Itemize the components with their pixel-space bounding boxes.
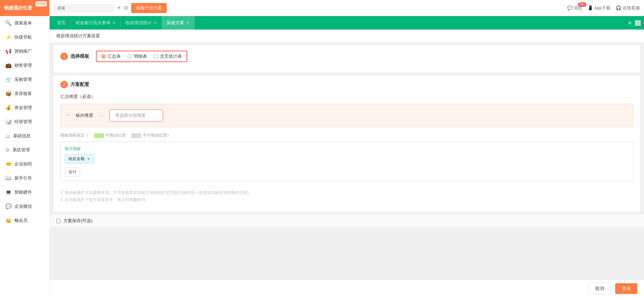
maximize-window-icon[interactable]: ⬜: [635, 20, 641, 26]
tab-home[interactable]: 首页: [52, 16, 71, 30]
undraggable-hint: 不可拖动位置）: [131, 133, 171, 138]
download-label: App下载: [594, 5, 610, 10]
metrics-tag-amount-label: 收款金额: [68, 156, 85, 162]
tab-cashflow-close[interactable]: ✕: [112, 20, 116, 25]
sidebar-item-quicknav[interactable]: ⚡ 快捷导航: [0, 30, 49, 44]
save-label: 方案保存(可选): [63, 218, 93, 224]
metrics-setting-label: 模板指标设定（: [60, 133, 89, 138]
sidebar-logo: 畅捷通好生意 标准版: [0, 0, 49, 16]
sidebar-item-label: 搜索菜单: [14, 20, 32, 26]
radio-cross[interactable]: 交叉统计表: [154, 53, 182, 59]
tab-receipts[interactable]: 收款情况统计 ✕: [121, 16, 162, 30]
marketing-icon: 📢: [5, 48, 12, 54]
metrics-tags-row: 收款金额 ▼: [65, 154, 629, 165]
main-area: ▼ ⚙ 体验行业方案 💬 消息 99+ 📱 App下载 🎧 在线客服 首页 现金…: [50, 0, 644, 297]
search-icon: 🔍: [5, 20, 12, 26]
tab-home-label: 首页: [57, 20, 66, 26]
dropdown-arrow-icon[interactable]: ▼: [117, 5, 121, 10]
sidebar-item-label: 快捷导航: [14, 34, 32, 40]
draggable-indicator: [94, 133, 104, 138]
app-name: 畅捷通好生意: [4, 5, 32, 11]
finance-icon: 💰: [5, 105, 12, 111]
radio-cross-label: 交叉统计表: [160, 53, 182, 59]
content-area: 收款情况统计方案设置 1 选择模板 汇总表 明细表: [50, 30, 644, 280]
sidebar-item-label: 畅会员: [14, 217, 28, 224]
sidebar-item-label: 销售管理: [14, 62, 32, 68]
sidebar-item-purchase[interactable]: 🛒 采购管理: [0, 72, 49, 87]
sidebar-item-sales[interactable]: 💼 销售管理: [0, 58, 49, 72]
sidebar-item-label: 企业协同: [14, 161, 32, 167]
tip1: 1. 拖动标题栏可以调整布局，不可跨维度或指标区域拖动栏目字段(只能在同一维度或…: [60, 190, 633, 196]
step1-indicator: 1 选择模板 汇总表 明细表 交叉统计表: [60, 51, 633, 62]
wechat-icon: 💬: [5, 203, 12, 209]
section-template: 1 选择模板 汇总表 明细表 交叉统计表: [54, 45, 640, 73]
notification-badge: 99+: [578, 2, 586, 7]
sidebar-item-inventory[interactable]: 📦 库存核算: [0, 87, 49, 101]
metrics-tag-amount[interactable]: 收款金额 ▼: [65, 154, 94, 163]
app-badge: 标准版: [36, 1, 47, 6]
support-btn[interactable]: 🎧 在线客服: [616, 5, 640, 11]
tab-newplan-close[interactable]: ✕: [186, 20, 190, 25]
action-bar: 取消 查询: [50, 280, 644, 297]
support-label: 在线客服: [623, 5, 640, 10]
sidebar-item-collab[interactable]: 🤝 企业协同: [0, 157, 49, 171]
notification-btn[interactable]: 💬 消息 99+: [567, 5, 583, 11]
radio-detail-label: 明细表: [134, 53, 147, 59]
sidebar-item-guide[interactable]: 📖 新手引导: [0, 171, 49, 185]
sidebar-item-label: 营销推广: [14, 48, 32, 54]
sales-icon: 💼: [5, 62, 12, 68]
search-input[interactable]: [54, 4, 114, 12]
sidebar-item-vip[interactable]: 👑 畅会员: [0, 213, 49, 228]
notification-icon: 💬: [567, 5, 573, 10]
sidebar-item-management[interactable]: 📊 经营管理: [0, 115, 49, 129]
step2-circle: 2: [60, 81, 68, 88]
summary-dimension-label: 汇总维度（必选）: [60, 94, 633, 100]
sidebar-item-label: 采购管理: [14, 77, 32, 83]
sidebar-item-marketing[interactable]: 📢 营销推广: [0, 44, 49, 58]
sidebar-item-label: 经营管理: [14, 119, 32, 125]
radio-summary-label: 汇总表: [108, 53, 121, 59]
sidebar-item-finance[interactable]: 💰 资金管理: [0, 101, 49, 115]
industry-btn[interactable]: 体验行业方案: [131, 3, 167, 13]
metrics-section: 模板指标设定（ 可拖动位置 不可拖动位置） 统计指标 收款金额: [60, 133, 633, 206]
sidebar-item-basic[interactable]: 🗂 基础信息: [0, 129, 49, 143]
radio-summary[interactable]: 汇总表: [101, 53, 121, 59]
sidebar-item-hardware[interactable]: 💻 智能硬件: [0, 185, 49, 199]
topbar: ▼ ⚙ 体验行业方案 💬 消息 99+ 📱 App下载 🎧 在线客服: [50, 0, 644, 16]
download-btn[interactable]: 📱 App下载: [588, 5, 610, 11]
sidebar-item-label: 系统管理: [12, 147, 30, 153]
radio-detail-dot: [127, 54, 132, 59]
metrics-tag-arrow-icon[interactable]: ▼: [87, 157, 91, 161]
cancel-button[interactable]: 取消: [588, 283, 611, 294]
dimension-select[interactable]: 请选择分组维度: [109, 109, 163, 121]
sidebar-item-label: 新手引导: [14, 175, 32, 181]
draggable-label: 可拖动位置: [106, 133, 126, 138]
tip2: 2. 点击标题栏下拉可设置排序、插入列和删除列: [60, 197, 633, 203]
page-header: 收款情况统计方案设置: [50, 30, 644, 43]
dimension-area: * 纵向维度 → 请选择分组维度: [60, 104, 633, 127]
tab-newplan[interactable]: 新建方案 ✕: [162, 16, 195, 30]
purchase-icon: 🛒: [5, 77, 12, 83]
quick-nav-icon: ⚡: [5, 34, 12, 40]
sidebar-item-search[interactable]: 🔍 搜索菜单: [0, 16, 49, 30]
dimension-placeholder: 请选择分组维度: [115, 113, 146, 118]
metrics-hint: 模板指标设定（ 可拖动位置 不可拖动位置）: [60, 133, 633, 138]
close-window-icon[interactable]: ✕: [628, 20, 632, 26]
section-config: 2 方案配置 汇总维度（必选） * 纵向维度 → 请选择分组维度: [54, 76, 640, 211]
draggable-hint: 可拖动位置: [94, 133, 126, 138]
sidebar-item-wechat[interactable]: 💬 企业微信: [0, 199, 49, 213]
radio-detail[interactable]: 明细表: [127, 53, 147, 59]
vip-icon: 👑: [5, 217, 12, 224]
radio-cross-dot: [154, 54, 158, 59]
settings-icon[interactable]: ⚙: [124, 5, 128, 11]
topbar-right: 💬 消息 99+ 📱 App下载 🎧 在线客服: [567, 5, 640, 11]
tab-receipts-close[interactable]: ✕: [154, 20, 157, 25]
query-button[interactable]: 查询: [615, 283, 637, 294]
support-icon: 🎧: [616, 5, 621, 10]
sidebar-item-system[interactable]: ⚙ 系统管理: [0, 143, 49, 157]
save-checkbox[interactable]: [56, 219, 61, 223]
step2-number: 2: [63, 82, 65, 87]
tab-cashflow[interactable]: 现金银行流水查询 ✕: [71, 16, 121, 30]
metrics-category-label: 统计指标: [65, 146, 629, 152]
download-icon: 📱: [588, 5, 593, 10]
